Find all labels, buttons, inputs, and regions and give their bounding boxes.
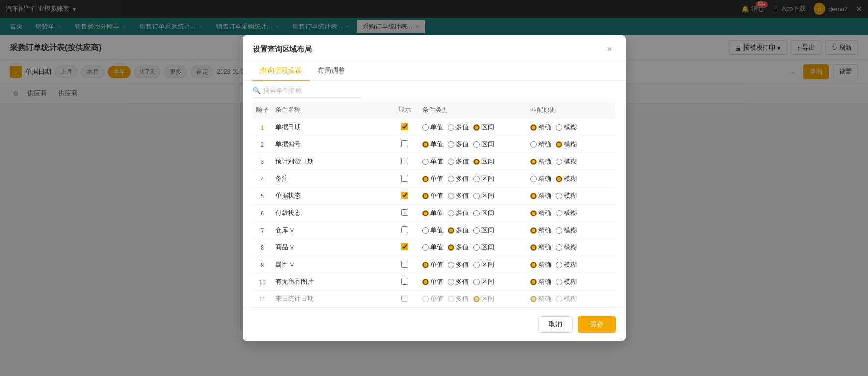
dialog-title: 设置查询区域布局 [253, 45, 312, 54]
tab-layout-adjust[interactable]: 布局调整 [310, 61, 353, 81]
th-name: 条件名称 [272, 102, 390, 104]
dialog-table-wrap: 顺序 条件名称 显示 条件类型 匹配原则 1单据日期单值多值区间精确模糊2单据编… [243, 102, 626, 104]
th-type: 条件类型 [420, 102, 527, 104]
tab-query-fields-label: 查询字段设置 [261, 66, 302, 74]
settings-dialog: 设置查询区域布局 × 查询字段设置 布局调整 🔍 顺序 [243, 35, 626, 104]
dialog-tab-bar: 查询字段设置 布局调整 [243, 61, 626, 81]
search-input[interactable] [263, 87, 361, 94]
search-box: 🔍 [253, 87, 361, 98]
search-icon: 🔍 [253, 87, 261, 94]
dialog-search-area: 🔍 [243, 81, 626, 102]
tab-query-fields[interactable]: 查询字段设置 [253, 61, 310, 81]
th-match: 匹配原则 [527, 102, 616, 104]
tab-layout-adjust-label: 布局调整 [317, 66, 345, 74]
dialog-header: 设置查询区域布局 × [243, 35, 626, 61]
modal-overlay: 设置查询区域布局 × 查询字段设置 布局调整 🔍 顺序 [0, 0, 868, 104]
table-header-row: 顺序 条件名称 显示 条件类型 匹配原则 [253, 102, 616, 104]
th-order: 顺序 [253, 102, 272, 104]
th-show: 显示 [390, 102, 420, 104]
conditions-table: 顺序 条件名称 显示 条件类型 匹配原则 1单据日期单值多值区间精确模糊2单据编… [253, 102, 616, 104]
dialog-close-button[interactable]: × [604, 43, 616, 55]
